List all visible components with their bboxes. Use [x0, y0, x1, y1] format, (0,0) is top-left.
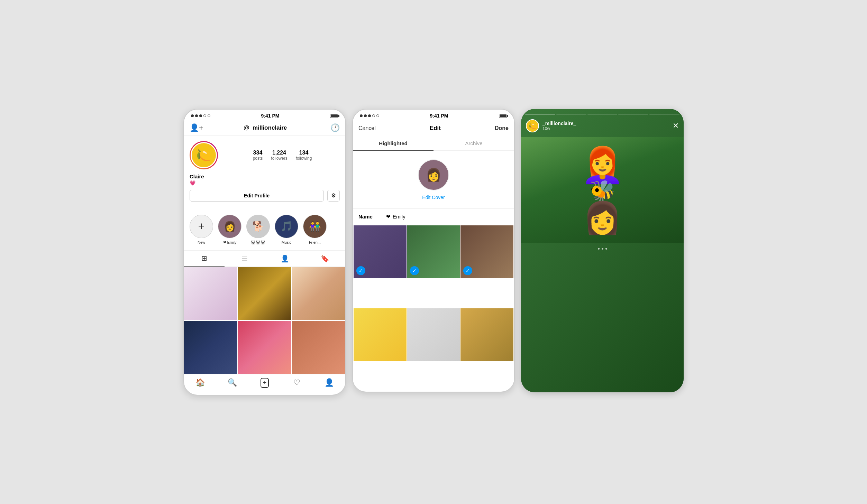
story-dots	[598, 248, 607, 250]
cover-circle: 👩	[418, 159, 449, 190]
edit-grid: ✓ ✓ ✓	[353, 225, 514, 392]
photo-6[interactable]	[292, 321, 345, 374]
story-avatar: 🍋	[526, 119, 539, 132]
followers-count: 1,224	[271, 150, 287, 156]
photo-3[interactable]	[292, 267, 345, 320]
story-progress	[521, 109, 684, 117]
done-button[interactable]: Done	[495, 125, 509, 131]
nav-search[interactable]: 🔍	[216, 378, 248, 388]
phone-edit: 9:41 PM Cancel Edit Done Highlighted Arc…	[352, 109, 515, 392]
archive-tab[interactable]: Archive	[434, 136, 514, 151]
saved-tab[interactable]: 🔖	[305, 251, 346, 267]
battery-2	[499, 114, 507, 118]
name-value: ❤ Emily	[386, 214, 405, 220]
status-icons-2	[499, 114, 507, 118]
settings-icon: ⚙	[331, 192, 336, 199]
friends-circle: 👫	[303, 215, 327, 238]
avatar-wrapper: 🍋	[190, 141, 218, 169]
edit-cell-3[interactable]: ✓	[460, 225, 513, 278]
dot-4b	[372, 114, 375, 117]
add-user-icon[interactable]: 👤+	[190, 123, 203, 132]
edit-title: Edit	[430, 125, 441, 132]
story-photo: 👩‍🦰 🐝 👩	[521, 137, 684, 243]
profile-top: 🍋 334 posts 1,224 followers 134 followin…	[190, 141, 340, 169]
cancel-button[interactable]: Cancel	[358, 125, 376, 131]
new-circle: +	[190, 215, 213, 238]
profile-heart: 💗	[190, 180, 340, 186]
status-bar-2: 9:41 PM	[353, 110, 514, 121]
stat-followers: 1,224 followers	[271, 150, 287, 161]
edit-cell-1[interactable]: ✓	[354, 225, 407, 278]
status-bar-1: 9:41 PM	[184, 110, 345, 121]
highlight-new[interactable]: + New	[190, 215, 213, 245]
edit-nav: Cancel Edit Done	[353, 121, 514, 136]
photo-2[interactable]	[238, 267, 291, 320]
followers-label: followers	[271, 156, 287, 161]
highlight-music-label: Music	[282, 240, 292, 244]
story-time: 10w	[542, 126, 576, 131]
story-username[interactable]: _millionclaire_	[542, 121, 576, 126]
highlight-panda[interactable]: 🐕 🐼🐼🐼	[246, 215, 270, 245]
stat-posts: 334 posts	[253, 150, 263, 161]
edit-cell-4[interactable]	[354, 308, 407, 361]
dot-1b	[360, 114, 363, 117]
tagged-tab[interactable]: 👤	[265, 251, 305, 267]
seg-1	[525, 114, 555, 114]
close-icon[interactable]: ✕	[673, 121, 679, 130]
name-label: Name	[358, 214, 379, 220]
nav-add[interactable]: +	[248, 378, 281, 388]
story-user-details: _millionclaire_ 10w	[542, 121, 576, 131]
profile-actions: Edit Profile ⚙	[190, 190, 340, 202]
nav-home[interactable]: 🏠	[184, 378, 216, 388]
highlighted-tab[interactable]: Highlighted	[353, 136, 434, 151]
stat-following: 134 following	[296, 150, 312, 161]
highlight-friends-label: Frien...	[309, 240, 321, 244]
photo-4[interactable]	[184, 321, 237, 374]
seg-5	[649, 114, 679, 114]
dot-3b	[368, 114, 371, 117]
edit-cover-link[interactable]: Edit Cover	[422, 195, 445, 200]
edit-profile-button[interactable]: Edit Profile	[190, 190, 324, 202]
check-2: ✓	[410, 266, 419, 275]
edit-name-row: Name ❤ Emily	[353, 208, 514, 225]
edit-tabs: Highlighted Archive	[353, 136, 514, 151]
story-header: 🍋 _millionclaire_ 10w ✕	[521, 117, 684, 137]
highlight-emily[interactable]: 👩 ❤ Emily	[218, 215, 241, 245]
grid-tab[interactable]: ⊞	[184, 251, 225, 267]
photo-1[interactable]	[184, 267, 237, 320]
list-tab[interactable]: ☰	[225, 251, 265, 267]
edit-cell-2[interactable]: ✓	[407, 225, 460, 278]
dot-2b	[364, 114, 367, 117]
screens-container: 9:41 PM 👤+ @_millionclaire_ 🕐 🍋 334 post…	[176, 102, 691, 402]
edit-cover-section: 👩 Edit Cover	[353, 151, 514, 208]
highlight-music[interactable]: 🎵 Music	[275, 215, 298, 245]
emily-circle: 👩	[218, 215, 241, 238]
name-heart-icon: ❤	[386, 214, 391, 220]
posts-label: posts	[253, 156, 263, 161]
history-icon[interactable]: 🕐	[330, 123, 340, 132]
nav-profile[interactable]: 👤	[313, 378, 345, 388]
name-text: Emily	[393, 214, 405, 220]
profile-info: 🍋 334 posts 1,224 followers 134 followin…	[184, 136, 345, 212]
settings-button[interactable]: ⚙	[327, 190, 340, 202]
music-circle: 🎵	[275, 215, 298, 238]
story-content: 🍋 _millionclaire_ 10w ✕ 👩‍🦰 🐝 👩	[521, 109, 684, 260]
photo-5[interactable]	[238, 321, 291, 374]
phone-story: 🍋 _millionclaire_ 10w ✕ 👩‍🦰 🐝 👩	[521, 109, 684, 392]
story-dot-3	[605, 248, 607, 250]
edit-cell-5[interactable]	[407, 308, 460, 361]
highlights-row: + New 👩 ❤ Emily 🐕 🐼🐼🐼 🎵 Music 👫 Frien...	[184, 212, 345, 250]
profile-stats: 334 posts 1,224 followers 134 following	[225, 150, 340, 161]
panda-circle: 🐕	[246, 215, 270, 238]
highlight-friends[interactable]: 👫 Frien...	[303, 215, 327, 245]
avatar: 🍋	[191, 142, 217, 168]
story-image-area[interactable]: 👩‍🦰 🐝 👩	[521, 137, 684, 243]
story-dot-1	[598, 248, 600, 250]
profile-username: @_millionclaire_	[244, 124, 290, 131]
edit-cell-6[interactable]	[460, 308, 513, 361]
check-1: ✓	[356, 266, 365, 275]
profile-nav: 👤+ @_millionclaire_ 🕐	[184, 121, 345, 136]
bottom-nav: 🏠 🔍 + ♡ 👤	[184, 374, 345, 395]
dot-4	[203, 114, 206, 117]
nav-likes[interactable]: ♡	[281, 378, 313, 388]
